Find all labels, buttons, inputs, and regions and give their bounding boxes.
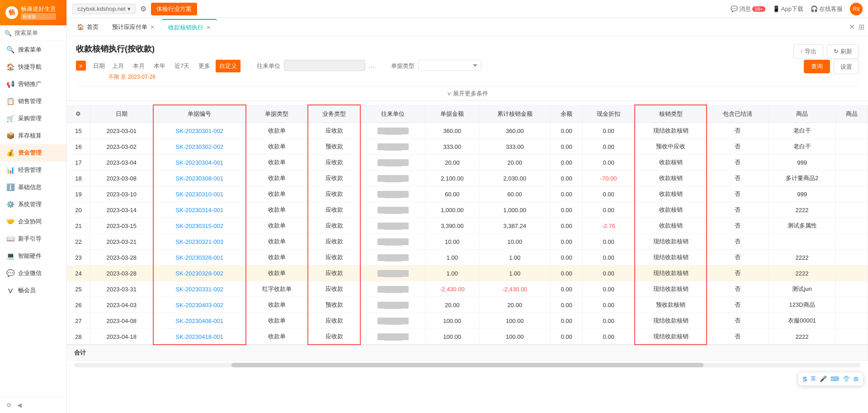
col-biz-type[interactable]: 业务类型 xyxy=(308,105,360,123)
collapse-icon[interactable]: ◀ xyxy=(17,402,22,408)
col-balance[interactable]: 余额 xyxy=(550,105,582,123)
tab-collection[interactable]: 收款核销执行 ✕ xyxy=(162,19,217,35)
messages-btn[interactable]: 💬 消息 99+ xyxy=(731,5,765,13)
cell-amount: 360.00 xyxy=(425,123,479,139)
keyboard-icon[interactable]: ⌨ xyxy=(830,375,839,382)
mic-icon[interactable]: 🎤 xyxy=(820,375,827,382)
table-row: 18 2023-03-08 SK-20230308-001 收款单 应收款 ██… xyxy=(67,171,868,186)
col-date[interactable]: 日期 xyxy=(90,105,153,123)
system-icon: ⚙️ xyxy=(6,200,14,209)
sidebar-item-quicknav[interactable]: 🏠 快捷导航 xyxy=(0,58,66,76)
sidebar-item-enterprise[interactable]: 🤝 企业协同 xyxy=(0,213,66,230)
col-write-off[interactable]: 累计核销金额 xyxy=(479,105,551,123)
date-more[interactable]: 更多 xyxy=(195,60,214,72)
sidebar-item-wechat[interactable]: 💬 企业微信 xyxy=(0,265,66,282)
horizontal-scrollbar[interactable] xyxy=(74,363,861,367)
date-7days[interactable]: 近7天 xyxy=(171,60,193,72)
tab-expand-icon[interactable]: ⊞ xyxy=(859,23,864,31)
table-header-row: ⚙ 日期 单据编号 单据类型 业务类型 往来单位 单据金额 累计核销金额 余额 … xyxy=(67,105,868,123)
cell-seq: 21 xyxy=(67,218,90,234)
settings-btn[interactable]: 设置 xyxy=(834,60,859,74)
sidebar-item-inventory[interactable]: 📦 库存核算 xyxy=(0,127,66,144)
bill-no-link[interactable]: SK-20230418-001 xyxy=(175,333,223,340)
date-custom[interactable]: 自定义 xyxy=(216,60,241,72)
sidebar-item-guide[interactable]: 📖 新手引导 xyxy=(0,230,66,247)
refresh-btn[interactable]: ↻ 刷新 xyxy=(827,44,859,59)
cell-write-off: -2,430.00 xyxy=(479,281,551,297)
filter-expand-btn[interactable]: » xyxy=(76,61,86,71)
date-this-month[interactable]: 本月 xyxy=(129,60,148,72)
col-cash-discount[interactable]: 现金折扣 xyxy=(583,105,635,123)
bill-no-link[interactable]: SK-20230310-001 xyxy=(175,191,223,198)
cell-date: 2023-03-21 xyxy=(90,234,153,250)
domain-selector[interactable]: czybxk.kdshop.net ▾ xyxy=(72,4,136,14)
bill-no-link[interactable]: SK-20230308-001 xyxy=(175,175,223,182)
sidebar-search[interactable]: 🔍 搜索菜单 xyxy=(0,25,66,41)
bill-no-link[interactable]: SK-20230408-001 xyxy=(175,318,223,324)
sidebar-item-label: 企业协同 xyxy=(18,218,42,226)
date-this-year[interactable]: 本年 xyxy=(150,60,169,72)
partner-filter-group: 往来单位 ... xyxy=(257,60,375,72)
online-service-btn[interactable]: 🎧 在线客服 xyxy=(811,5,843,13)
bill-no-link[interactable]: SK-20230321-003 xyxy=(175,238,223,245)
bill-no-link[interactable]: SK-20230314-001 xyxy=(175,207,223,214)
col-amount[interactable]: 单据金额 xyxy=(425,105,479,123)
settings-icon[interactable]: ⚙ xyxy=(6,402,12,408)
sidebar-item-basic[interactable]: ℹ️ 基础信息 xyxy=(0,179,66,196)
scrollbar-thumb[interactable] xyxy=(231,363,703,367)
bill-no-link[interactable]: SK-20230328-002 xyxy=(175,270,223,277)
bill-no-link[interactable]: SK-20230304-001 xyxy=(175,159,223,166)
tab-prepay[interactable]: 预计应应付单 ✕ xyxy=(106,19,161,35)
query-btn[interactable]: 查询 xyxy=(804,60,830,73)
partner-input[interactable] xyxy=(284,60,365,71)
partner-dots[interactable]: ... xyxy=(368,61,375,70)
cell-bill-no: SK-20230302-002 xyxy=(153,139,246,155)
expand-more-btn[interactable]: ∨ 展开更多条件 xyxy=(76,86,859,100)
bill-no-link[interactable]: SK-20230301-002 xyxy=(175,128,223,134)
app-download-btn[interactable]: 📱 App下载 xyxy=(773,5,803,13)
col-include-settled[interactable]: 包含已结清 xyxy=(707,105,769,123)
col-bill-no[interactable]: 单据编号 xyxy=(153,105,246,123)
col-goods2[interactable]: 商品 xyxy=(835,105,868,123)
cell-bill-no: SK-20230403-002 xyxy=(153,297,246,313)
table-row: 23 2023-03-28 SK-20230328-001 收款单 应收款 ██… xyxy=(67,250,868,266)
cell-bill-type: 收款单 xyxy=(246,123,308,139)
col-partner[interactable]: 往来单位 xyxy=(360,105,425,123)
bill-type-select[interactable] xyxy=(418,60,481,71)
sidebar-item-purchase[interactable]: 🛒 采购管理 xyxy=(0,110,66,127)
cell-include-settled: 否 xyxy=(707,171,769,186)
refresh-icon: ↻ xyxy=(834,48,839,55)
guide-icon: 📖 xyxy=(6,235,14,243)
cell-amount: 1.00 xyxy=(425,250,479,266)
cell-write-off: 60.00 xyxy=(479,186,551,202)
cell-goods2 xyxy=(835,266,868,281)
date-last-month[interactable]: 上月 xyxy=(108,60,127,72)
sidebar-item-operations[interactable]: 📊 经营管理 xyxy=(0,161,66,179)
col-bill-type[interactable]: 单据类型 xyxy=(246,105,308,123)
sidebar-item-member[interactable]: V 畅会员 xyxy=(0,282,66,299)
export-btn[interactable]: ↑ 导出 xyxy=(793,44,823,59)
sidebar-item-marketing[interactable]: 📢 营销推广 xyxy=(0,76,66,93)
sidebar-item-finance[interactable]: 💰 资金管理 xyxy=(0,144,66,161)
tab-prepay-close[interactable]: ✕ xyxy=(150,24,155,30)
cell-cash-discount: 0.00 xyxy=(583,123,635,139)
sidebar-item-system[interactable]: ⚙️ 系统管理 xyxy=(0,196,66,213)
sidebar-item-sales[interactable]: 📋 销售管理 xyxy=(0,93,66,110)
bill-no-link[interactable]: SK-20230331-002 xyxy=(175,286,223,293)
tab-home[interactable]: 🏠 首页 xyxy=(71,19,105,35)
bill-no-link[interactable]: SK-20230315-002 xyxy=(175,223,223,229)
gear-icon[interactable]: ⚙ xyxy=(140,5,146,13)
tab-close-all-icon[interactable]: ✕ xyxy=(849,23,855,31)
col-goods[interactable]: 商品 xyxy=(769,105,835,123)
cell-partner: ████ xyxy=(360,218,425,234)
bill-no-link[interactable]: SK-20230403-002 xyxy=(175,302,223,309)
tab-collection-close[interactable]: ✕ xyxy=(206,24,211,31)
solution-btn[interactable]: 体验行业方案 xyxy=(151,3,197,15)
page-header: 收款核销执行(按收款) ↑ 导出 ↻ 刷新 » 日期 xyxy=(67,36,868,101)
bill-no-link[interactable]: SK-20230302-002 xyxy=(175,143,223,150)
bill-no-link[interactable]: SK-20230328-001 xyxy=(175,254,223,261)
sidebar-item-hardware[interactable]: 💻 智能硬件 xyxy=(0,247,66,265)
user-avatar[interactable]: Rit xyxy=(850,3,863,15)
col-write-off-type[interactable]: 核销类型 xyxy=(635,105,707,123)
sidebar-item-search[interactable]: 🔍 搜索菜单 xyxy=(0,41,66,58)
